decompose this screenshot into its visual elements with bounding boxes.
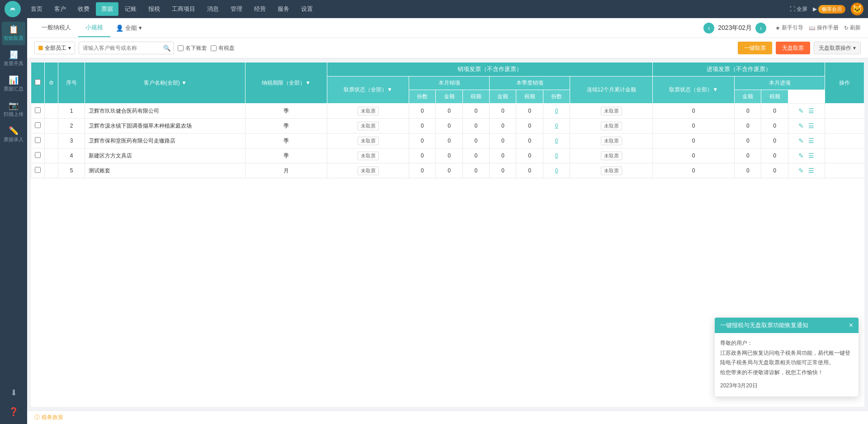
manual-btn[interactable]: 📖 操作手册	[809, 24, 839, 32]
employee-filter[interactable]: 全部员工 ▾	[34, 42, 75, 54]
edit-btn[interactable]: ✎	[797, 121, 805, 130]
nav-settings[interactable]: 设置	[296, 2, 318, 16]
nav-billing[interactable]: 收费	[72, 2, 95, 16]
row-checkbox[interactable]	[31, 104, 45, 119]
search-button[interactable]: 🔍	[160, 43, 174, 53]
row-checkbox[interactable]	[31, 133, 45, 148]
nav-management[interactable]: 管理	[225, 2, 248, 16]
sidebar-download[interactable]: ⬇	[2, 385, 25, 400]
edit-btn[interactable]: ✎	[797, 166, 805, 175]
no-disk-fetch-btn[interactable]: 无盘取票	[776, 42, 810, 54]
sidebar-item-summary[interactable]: 📊 票据汇总	[2, 72, 25, 96]
row-checkbox[interactable]	[31, 163, 45, 178]
row-sales-12m: 0	[543, 133, 570, 148]
row-actions: ✎ ☰	[788, 119, 825, 133]
checkbox-has-disk[interactable]: 有税盘	[211, 44, 235, 52]
app-logo[interactable]	[5, 1, 21, 17]
edit-btn[interactable]: ✎	[797, 136, 805, 145]
sidebar-item-smart-fetch[interactable]: 📋 智能取票	[2, 22, 25, 45]
row-purch-m-count: 0	[653, 163, 735, 178]
nav-tax[interactable]: 报税	[143, 2, 165, 16]
row-sales-m-tax: 0	[462, 148, 489, 163]
checkbox-has-disk-input[interactable]	[211, 45, 217, 51]
detail-btn[interactable]: ☰	[807, 106, 815, 115]
summary-icon: 📊	[9, 76, 19, 84]
tab-general[interactable]: 一般纳税人	[34, 19, 78, 37]
member-badge[interactable]: 畅享会员	[818, 5, 845, 14]
nav-service[interactable]: 服务	[272, 2, 295, 16]
bottom-bar: ⓘ 税务政策	[27, 410, 868, 424]
book-icon: 📖	[809, 25, 816, 31]
nav-invoices[interactable]: 票据	[96, 2, 118, 16]
next-date-btn[interactable]: ›	[755, 23, 766, 33]
checkbox-my-accounts-input[interactable]	[178, 45, 184, 51]
checkbox-my-accounts-label: 名下账套	[185, 44, 207, 52]
settings-icon[interactable]: ⚙	[49, 80, 54, 86]
row-sales-m-count: 0	[409, 163, 435, 178]
row-purch-m-amount: 0	[735, 133, 761, 148]
nav-business[interactable]: 工商项目	[166, 2, 201, 16]
row-sales-12m: 0	[543, 148, 570, 163]
dropdown-icon: ▾	[68, 45, 71, 51]
member-btn[interactable]: ▶ 畅享会员	[813, 5, 845, 14]
tab-all[interactable]: 👤 全能 ▾	[110, 19, 147, 37]
fullscreen-icon: ⛶	[790, 6, 795, 12]
no-disk-ops-btn[interactable]: 无盘取票操作 ▾	[814, 42, 861, 54]
row-purch-status: 未取票	[570, 104, 653, 119]
nav-messages[interactable]: 消息	[202, 2, 224, 16]
row-client: 测试账套	[85, 163, 245, 178]
popup-close-btn[interactable]: ×	[849, 321, 853, 329]
col-purch-m-count: 份数	[543, 90, 570, 104]
edit-btn[interactable]: ✎	[797, 106, 805, 115]
row-sales-m-amount: 0	[436, 133, 462, 148]
detail-btn[interactable]: ☰	[807, 151, 815, 160]
tax-policy-link[interactable]: ⓘ 税务政策	[34, 414, 63, 421]
date-display: 2023年02月	[718, 24, 752, 32]
row-settings	[45, 133, 58, 148]
row-sales-m-count: 0	[409, 148, 435, 163]
select-all-checkbox[interactable]	[35, 79, 41, 85]
nav-home[interactable]: 首页	[25, 2, 48, 16]
detail-btn[interactable]: ☰	[807, 136, 815, 145]
new-guide-btn[interactable]: ★ 新手引导	[775, 24, 803, 32]
row-checkbox[interactable]	[31, 119, 45, 133]
refresh-btn[interactable]: ↻ 刷新	[844, 24, 861, 32]
col-purch-status-header: 取票状态（全部）▼	[653, 76, 735, 104]
nav-bookkeeping[interactable]: 记账	[119, 2, 142, 16]
row-purch-m-amount: 0	[735, 148, 761, 163]
row-sales-m-count: 0	[409, 133, 435, 148]
sub-tabs-bar: 一般纳税人 小规模 👤 全能 ▾ ‹ 2023年02月 › ★ 新手引导 📖 操…	[27, 18, 868, 38]
row-no: 4	[58, 148, 85, 163]
fullscreen-btn[interactable]: ⛶ 全屏	[790, 5, 807, 13]
table-row: 4 新建区方方文具店 季 未取票 0 0 0 0 0 0 未取票 0 0 0 ✎…	[31, 148, 864, 163]
prev-date-btn[interactable]: ‹	[703, 23, 714, 33]
row-sales-12m: 0	[543, 104, 570, 119]
popup-body-line1: 尊敬的用户：	[720, 338, 853, 348]
table-row: 1 卫辉市玖玖健合医药有限公司 季 未取票 0 0 0 0 0 0 未取票 0 …	[31, 104, 864, 119]
row-sales-status: 未取票	[327, 104, 409, 119]
tab-small[interactable]: 小规模	[78, 19, 110, 37]
nav-items: 首页 客户 收费 票据 记账 报税 工商项目 消息 管理 经营 服务 设置	[25, 2, 790, 16]
checkbox-my-accounts[interactable]: 名下账套	[178, 44, 207, 52]
row-settings	[45, 119, 58, 133]
one-click-fetch-btn[interactable]: 一键取票	[738, 42, 772, 54]
fullscreen-label: 全屏	[797, 5, 807, 13]
user-avatar[interactable]: 🐱	[851, 3, 863, 15]
nav-clients[interactable]: 客户	[49, 2, 71, 16]
sidebar-item-entry[interactable]: ✏️ 票据录入	[2, 123, 25, 147]
sidebar-item-issue[interactable]: 🧾 发票开具	[2, 47, 25, 71]
detail-btn[interactable]: ☰	[807, 166, 815, 175]
sidebar-item-scan[interactable]: 📷 扫描上传	[2, 98, 25, 121]
row-checkbox[interactable]	[31, 148, 45, 163]
edit-btn[interactable]: ✎	[797, 151, 805, 160]
detail-btn[interactable]: ☰	[807, 121, 815, 130]
sidebar: 📋 智能取票 🧾 发票开具 📊 票据汇总 📷 扫描上传 ✏️ 票据录入 ⬇ ❓	[0, 18, 27, 424]
row-purch-m-count: 0	[653, 119, 735, 133]
row-client: 卫辉市玖玖健合医药有限公司	[85, 104, 245, 119]
sidebar-help[interactable]: ❓	[2, 404, 25, 419]
popup-scroll[interactable]: 尊敬的用户： 江苏政务网已恢复访问电子税务局功能，易代账一键登陆电子税务局与无盘…	[720, 338, 853, 391]
search-input[interactable]	[79, 43, 160, 52]
row-purch-status: 未取票	[570, 163, 653, 178]
nav-operations[interactable]: 经营	[249, 2, 271, 16]
row-purch-status: 未取票	[570, 119, 653, 133]
